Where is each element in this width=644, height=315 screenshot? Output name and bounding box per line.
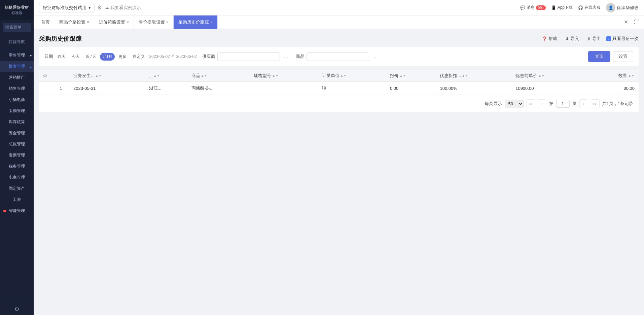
- col-spec-header[interactable]: 规格型号 ▲▼: [250, 70, 318, 82]
- tab-close-icon[interactable]: ×: [87, 20, 89, 25]
- next-page-button[interactable]: ›: [579, 99, 588, 108]
- goods-input[interactable]: [307, 53, 369, 61]
- sidebar-item-ecommerce-small[interactable]: 小畅电商: [0, 94, 34, 105]
- first-page-button[interactable]: ⏮: [526, 99, 535, 108]
- sidebar-item-fixed-assets[interactable]: 固定资产: [0, 183, 34, 194]
- sort-icon: ▲▼: [95, 74, 102, 77]
- sidebar-item-tax[interactable]: 税务管理: [0, 161, 34, 172]
- col-quote-header[interactable]: 报价 ▲▼: [386, 70, 436, 82]
- sidebar-item-ecommerce[interactable]: 电商管理: [0, 172, 34, 183]
- app-subtitle: 标准版: [11, 10, 23, 15]
- date-range-display: 2023-05-02 至 2023-06-02: [149, 54, 196, 60]
- date-last1m-btn[interactable]: 近1月: [100, 53, 115, 61]
- tab-purchase-strategy[interactable]: 进价策略设置 ×: [94, 15, 134, 29]
- tab-label: 采购历史价跟踪: [178, 19, 209, 25]
- only-last-checkbox[interactable]: [606, 36, 611, 41]
- row-num: 1: [52, 82, 69, 95]
- sidebar: 畅捷通好业财 标准版 搜索菜单 快捷导航 零售管理 ▾ 批发管理 ▴ 营销推广 …: [0, 0, 34, 315]
- sidebar-item-purchase[interactable]: 采购管理: [0, 105, 34, 116]
- tab-home[interactable]: 首页: [36, 15, 55, 29]
- demo-link[interactable]: ☁ 我要看实例演示: [105, 5, 141, 11]
- sidebar-item-invoice[interactable]: 发票管理: [0, 150, 34, 161]
- sidebar-item-label: 小畅电商: [9, 97, 25, 103]
- col-more-header[interactable]: ... ▲▼: [145, 70, 187, 82]
- table-header: ⚙ 业务发生... ▲▼ ...: [39, 70, 639, 82]
- app-title: 畅捷通好业财: [5, 5, 29, 10]
- export-button[interactable]: ⬆ 导出: [584, 34, 604, 43]
- headset-icon: 🎧: [578, 5, 583, 10]
- date-last7-btn[interactable]: 近7天: [83, 53, 99, 61]
- row-spec: [250, 82, 318, 95]
- date-filter-label: 日期: [44, 54, 53, 60]
- messages-button[interactable]: 💬 消息 99+: [520, 5, 546, 10]
- sidebar-item-marketing[interactable]: 营销推广: [0, 72, 34, 83]
- col-business-date-header[interactable]: 业务发生... ▲▼: [69, 70, 145, 82]
- import-button[interactable]: ⬇ 导入: [563, 34, 582, 43]
- sidebar-item-sales[interactable]: 销售管理: [0, 83, 34, 94]
- last-page-button[interactable]: ⏭: [591, 99, 600, 108]
- sidebar-item-label: 税务管理: [9, 164, 25, 169]
- sidebar-item-salary[interactable]: 工资: [0, 194, 34, 205]
- topbar-settings-icon[interactable]: ⚙: [97, 4, 102, 11]
- user-menu[interactable]: 👤 徐泽华修改: [606, 3, 639, 12]
- tab-sale-extract[interactable]: 售价提取设置 ×: [134, 15, 174, 29]
- tab-close-icon[interactable]: ×: [127, 20, 129, 25]
- search-menu-button[interactable]: 搜索菜单: [3, 23, 31, 32]
- app-download-button[interactable]: 📱 App下载: [551, 5, 573, 10]
- col-unit-header[interactable]: 计量单位 ▲▼: [318, 70, 386, 82]
- date-custom-btn[interactable]: 自定义: [130, 53, 147, 61]
- sidebar-item-inventory[interactable]: 库存核算: [0, 116, 34, 128]
- row-unit: 吨: [318, 82, 386, 95]
- avatar: 👤: [606, 3, 615, 12]
- question-icon: ❓: [542, 36, 547, 41]
- col-discount-header[interactable]: 优惠折扣... ▲▼: [436, 70, 511, 82]
- sidebar-item-smart[interactable]: 智能管理: [0, 205, 34, 216]
- help-button[interactable]: ❓ 帮助: [539, 34, 560, 43]
- settings-icon[interactable]: ⚙: [14, 306, 19, 312]
- row-business-date: 2023-05-31: [69, 82, 145, 95]
- only-last-checkbox-label[interactable]: 只看最后一次: [606, 36, 639, 42]
- sidebar-item-retail[interactable]: 零售管理 ▾: [0, 50, 34, 61]
- query-button[interactable]: 查询: [588, 51, 610, 62]
- sidebar-item-wholesale[interactable]: 批发管理 ▴: [0, 61, 34, 72]
- tab-goods-price[interactable]: 商品价格设置 ×: [55, 15, 94, 29]
- date-yesterday-btn[interactable]: 昨天: [55, 53, 68, 61]
- tab-close-icon[interactable]: ×: [166, 20, 169, 25]
- supplier-more-btn[interactable]: ...: [282, 53, 290, 60]
- supplier-input[interactable]: [217, 53, 280, 61]
- col-settings-header[interactable]: ⚙: [39, 70, 52, 82]
- sidebar-item-label: 发票管理: [9, 152, 25, 158]
- sort-icon: ▲▼: [340, 74, 347, 77]
- tab-close-icon[interactable]: ×: [210, 20, 213, 25]
- page-number-input[interactable]: [556, 100, 570, 108]
- sidebar-item-label: 采购管理: [9, 108, 25, 114]
- close-tab-button[interactable]: ✕: [621, 18, 631, 27]
- sidebar-item-finance[interactable]: 资金管理: [0, 128, 34, 139]
- sidebar-item-label: 资金管理: [9, 130, 25, 136]
- sidebar-logo: 畅捷通好业财 标准版: [0, 0, 34, 20]
- tab-purchase-history[interactable]: 采购历史价跟踪 ×: [174, 15, 218, 29]
- export-icon: ⬆: [587, 36, 591, 41]
- quicknav-label: 快捷导航: [0, 38, 34, 46]
- data-table-container: ⚙ 业务发生... ▲▼ ...: [39, 70, 639, 112]
- sidebar-item-label: 总账管理: [9, 141, 25, 147]
- sort-icon: ▲▼: [272, 74, 279, 77]
- date-today-btn[interactable]: 今天: [69, 53, 82, 61]
- per-page-select[interactable]: 20 50 100: [505, 100, 524, 108]
- sidebar-item-label: 营销推广: [9, 75, 25, 80]
- product-selector[interactable]: 好业财标准版交付试用 ▾: [39, 3, 95, 12]
- sort-icon: ▲▼: [153, 74, 160, 77]
- sidebar-item-ledger[interactable]: 总账管理: [0, 139, 34, 150]
- settings-button[interactable]: 设置: [613, 51, 633, 62]
- goods-more-btn[interactable]: ...: [371, 53, 380, 60]
- prev-page-button[interactable]: ‹: [538, 99, 546, 108]
- messages-badge: 99+: [536, 5, 546, 10]
- chevron-down-icon: ▾: [88, 5, 91, 10]
- online-service-button[interactable]: 🎧 在线客服: [578, 5, 601, 10]
- import-icon: ⬇: [565, 36, 569, 41]
- col-goods-header[interactable]: 商品 ▲▼: [187, 70, 250, 82]
- maximize-button[interactable]: ⛶: [632, 18, 641, 27]
- date-more-btn[interactable]: 更多: [116, 53, 129, 61]
- col-pre-discount-header[interactable]: 优惠前单价 ▲▼: [511, 70, 588, 82]
- col-quantity-header[interactable]: 数量 ▲▼: [588, 70, 639, 82]
